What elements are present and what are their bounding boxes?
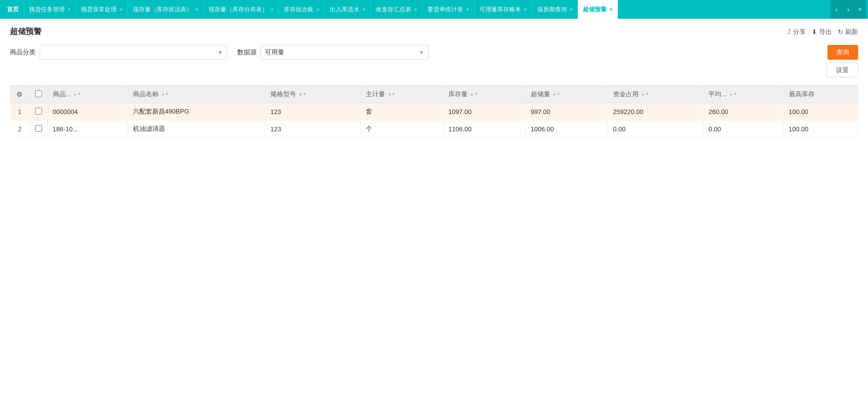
nav-tab-abnormal-label: 拣货异常处理 bbox=[81, 5, 117, 14]
row-checkbox-cell bbox=[30, 103, 47, 120]
datasource-dropdown-icon: ▼ bbox=[419, 49, 424, 55]
refresh-icon: ↻ bbox=[838, 28, 843, 36]
nav-tab-task-mgmt-label: 拣货任务管理 bbox=[29, 5, 65, 14]
export-icon: ⬇ bbox=[812, 28, 817, 36]
row-number: 2 bbox=[10, 120, 30, 138]
nav-tab-overstock[interactable]: 超储预警 × bbox=[578, 0, 618, 19]
th-capital-used[interactable]: 资金占用 ▲▼ bbox=[608, 86, 703, 103]
nav-tab-recv-send-close[interactable]: × bbox=[414, 7, 417, 12]
th-product-code[interactable]: 商品... ▲▼ bbox=[47, 86, 128, 103]
table-body: 1 0000004 六配套新昌490BPG 123 套 1097.00 997.… bbox=[10, 103, 858, 138]
th-overstock-qty[interactable]: 超储量 ▲▼ bbox=[525, 86, 608, 103]
th-avg[interactable]: 平均... ▲▼ bbox=[703, 86, 783, 103]
share-icon: ⤴ bbox=[787, 28, 791, 36]
refresh-link[interactable]: ↻ 刷新 bbox=[838, 28, 858, 37]
cell-stock-qty: 1106.00 bbox=[443, 120, 525, 138]
nav-tab-recv-send[interactable]: 收发存汇总表 × bbox=[371, 0, 423, 19]
query-button[interactable]: 查询 bbox=[827, 45, 858, 60]
sort-icon-product-code: ▲▼ bbox=[73, 92, 81, 96]
cell-stock-qty: 1097.00 bbox=[443, 103, 525, 120]
th-max-stock[interactable]: 最高库存 bbox=[783, 86, 858, 103]
nav-tab-task-mgmt[interactable]: 拣货任务管理 × bbox=[24, 0, 76, 19]
th-product-name[interactable]: 商品名称 ▲▼ bbox=[128, 86, 265, 103]
cell-unit: 个 bbox=[361, 120, 443, 138]
datasource-filter: 数据源 可用量 ▼ bbox=[237, 45, 429, 60]
th-spec[interactable]: 规格型号 ▲▼ bbox=[265, 86, 361, 103]
category-select[interactable]: ▼ bbox=[40, 45, 227, 60]
page-content: 超储预警 ⤴ 分享 ⬇ 导出 ↻ 刷新 商品分类 ▼ bbox=[0, 19, 868, 395]
nav-arrow-left[interactable]: ‹ bbox=[830, 0, 842, 19]
nav-tab-overstock-close[interactable]: × bbox=[609, 7, 612, 12]
datasource-select-value: 可用量 bbox=[265, 48, 284, 57]
sort-icon-spec: ▲▼ bbox=[299, 92, 306, 96]
nav-tab-batch-account[interactable]: 库存批次账 × bbox=[279, 0, 325, 19]
table-row: 1 0000004 六配套新昌490BPG 123 套 1097.00 997.… bbox=[10, 103, 858, 120]
cell-max-stock: 100.00 bbox=[783, 120, 858, 138]
row-checkbox[interactable] bbox=[35, 108, 42, 115]
nav-arrows: ‹ › × bbox=[830, 0, 866, 19]
page-title: 超储预警 bbox=[10, 27, 42, 37]
share-link[interactable]: ⤴ 分享 bbox=[787, 28, 806, 37]
nav-tab-avail-account-label: 可用量库存账本 bbox=[479, 5, 521, 14]
export-label: 导出 bbox=[819, 28, 832, 37]
nav-tab-stock-status-close[interactable]: × bbox=[195, 7, 198, 12]
table-header-row: ⚙ 商品... ▲▼ 商品名称 ▲▼ bbox=[10, 86, 858, 103]
cell-avg: 0.00 bbox=[703, 120, 783, 138]
data-table: ⚙ 商品... ▲▼ 商品名称 ▲▼ bbox=[10, 85, 858, 138]
nav-tab-stock-dist[interactable]: 现存量（库存分布表） × bbox=[204, 0, 279, 19]
nav-tab-overstock-label: 超储预警 bbox=[583, 5, 607, 14]
nav-tab-stock-status-label: 现存量（库存状况表） bbox=[133, 5, 192, 14]
category-label: 商品分类 bbox=[10, 48, 36, 57]
cell-product-code: 0000004 bbox=[47, 103, 128, 120]
cell-capital-used: 259220.00 bbox=[608, 103, 703, 120]
category-dropdown-icon: ▼ bbox=[217, 49, 223, 55]
nav-tab-recv-send-label: 收发存汇总表 bbox=[376, 5, 411, 14]
nav-tab-home[interactable]: 首页 bbox=[2, 0, 24, 19]
th-stock-qty[interactable]: 库存量 ▲▼ bbox=[443, 86, 525, 103]
cell-product-name: 六配套新昌490BPG bbox=[128, 103, 265, 120]
nav-tab-abnormal[interactable]: 拣货异常处理 × bbox=[76, 0, 128, 19]
sort-icon-avg: ▲▼ bbox=[729, 92, 737, 96]
cell-max-stock: 100.00 bbox=[783, 103, 858, 120]
gear-icon[interactable]: ⚙ bbox=[16, 90, 23, 98]
cell-product-code: 186-10... bbox=[47, 120, 128, 138]
cell-overstock-qty: 1006.00 bbox=[525, 120, 608, 138]
nav-tab-quality-check[interactable]: 保质期查询 × bbox=[532, 0, 578, 19]
nav-tab-stock-status[interactable]: 现存量（库存状况表） × bbox=[128, 0, 204, 19]
nav-arrow-right[interactable]: › bbox=[842, 0, 854, 19]
select-all-checkbox[interactable] bbox=[35, 90, 42, 97]
nav-arrow-close-all[interactable]: × bbox=[854, 0, 866, 19]
datasource-select[interactable]: 可用量 ▼ bbox=[260, 45, 429, 60]
nav-tab-stock-dist-close[interactable]: × bbox=[271, 7, 274, 12]
export-link[interactable]: ⬇ 导出 bbox=[812, 28, 832, 37]
nav-tab-order-stats-close[interactable]: × bbox=[466, 7, 469, 12]
nav-tab-stock-dist-label: 现存量（库存分布表） bbox=[209, 5, 268, 14]
nav-tab-quality-check-close[interactable]: × bbox=[570, 7, 573, 12]
nav-tab-avail-account[interactable]: 可用量库存账本 × bbox=[475, 0, 532, 19]
nav-tab-inout-flow-close[interactable]: × bbox=[362, 7, 365, 12]
sort-icon-overstock: ▲▼ bbox=[553, 92, 561, 96]
cell-overstock-qty: 997.00 bbox=[525, 103, 608, 120]
table-row: 2 186-10... 机油滤清器 123 个 1106.00 1006.00 … bbox=[10, 120, 858, 138]
nav-tab-avail-account-close[interactable]: × bbox=[524, 7, 527, 12]
th-settings[interactable]: ⚙ bbox=[10, 86, 30, 103]
header-actions: ⤴ 分享 ⬇ 导出 ↻ 刷新 bbox=[787, 28, 858, 37]
cell-avg: 260.00 bbox=[703, 103, 783, 120]
row-checkbox[interactable] bbox=[35, 125, 42, 132]
nav-tab-abnormal-close[interactable]: × bbox=[120, 7, 123, 12]
nav-tab-order-stats-label: 要货单统计表 bbox=[428, 5, 463, 14]
nav-tab-task-mgmt-close[interactable]: × bbox=[68, 7, 71, 12]
row-checkbox-cell bbox=[30, 120, 47, 138]
nav-tab-home-label: 首页 bbox=[7, 5, 19, 14]
th-unit[interactable]: 主计量 ▲▼ bbox=[361, 86, 443, 103]
nav-tab-batch-account-close[interactable]: × bbox=[316, 7, 319, 12]
cell-spec: 123 bbox=[265, 120, 361, 138]
th-checkbox bbox=[30, 86, 47, 103]
nav-tab-order-stats[interactable]: 要货单统计表 × bbox=[423, 0, 475, 19]
nav-tab-inout-flow[interactable]: 出入库流水 × bbox=[325, 0, 371, 19]
refresh-label: 刷新 bbox=[845, 28, 858, 37]
nav-tab-quality-check-label: 保质期查询 bbox=[537, 5, 567, 14]
settings-button[interactable]: 设置 bbox=[826, 63, 858, 78]
cell-spec: 123 bbox=[265, 103, 361, 120]
row-number: 1 bbox=[10, 103, 30, 120]
